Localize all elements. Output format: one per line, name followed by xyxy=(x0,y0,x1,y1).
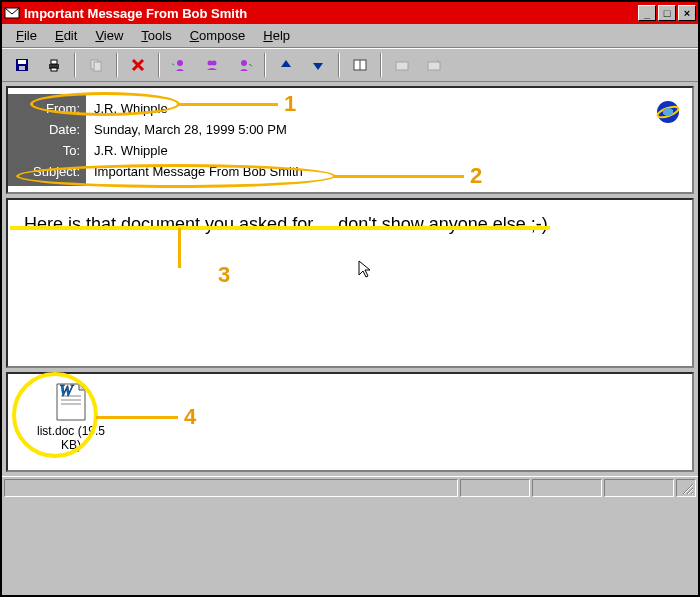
toolbar-separator xyxy=(264,53,266,77)
header-labels: From: Date: To: Subject: xyxy=(8,94,86,186)
date-value: Sunday, March 28, 1999 5:00 PM xyxy=(92,119,684,140)
window-buttons: _ □ × xyxy=(638,5,696,21)
svg-rect-3 xyxy=(19,66,25,70)
window-title: Important Message From Bob Smith xyxy=(24,6,638,21)
maximize-button[interactable]: □ xyxy=(658,5,676,21)
titlebar[interactable]: Important Message From Bob Smith _ □ × xyxy=(2,2,698,24)
date-label: Date: xyxy=(8,119,86,140)
toolbar-separator xyxy=(380,53,382,77)
status-cell xyxy=(532,479,602,497)
menu-view[interactable]: View xyxy=(87,26,131,45)
status-cell xyxy=(604,479,674,497)
mail-icon xyxy=(4,5,20,21)
subject-label: Subject: xyxy=(8,161,86,182)
menu-file[interactable]: File xyxy=(8,26,45,45)
svg-rect-15 xyxy=(396,62,408,70)
to-label: To: xyxy=(8,140,86,161)
word-doc-icon: W xyxy=(53,382,89,422)
previous-icon[interactable] xyxy=(271,52,301,78)
attachment-label: list.doc (19.5 KB) xyxy=(26,424,116,452)
toolbar xyxy=(2,48,698,82)
message-body[interactable]: Here is that document you asked for ... … xyxy=(6,198,694,368)
reply-icon[interactable] xyxy=(165,52,195,78)
svg-point-11 xyxy=(212,61,217,66)
message-header: From: Date: To: Subject: J.R. Whipple Su… xyxy=(6,86,694,194)
menu-edit[interactable]: Edit xyxy=(47,26,85,45)
mail-action2-icon[interactable] xyxy=(419,52,449,78)
next-icon[interactable] xyxy=(303,52,333,78)
delete-icon[interactable] xyxy=(123,52,153,78)
svg-rect-6 xyxy=(51,68,57,71)
from-label: From: xyxy=(8,98,86,119)
to-value: J.R. Whipple xyxy=(92,140,684,161)
toolbar-separator xyxy=(158,53,160,77)
toolbar-separator xyxy=(116,53,118,77)
annotation-line-3 xyxy=(178,228,181,268)
save-icon[interactable] xyxy=(7,52,37,78)
annotation-number-4: 4 xyxy=(184,404,196,430)
svg-point-12 xyxy=(241,60,247,66)
close-button[interactable]: × xyxy=(678,5,696,21)
forward-icon[interactable] xyxy=(229,52,259,78)
status-resize-grip[interactable] xyxy=(676,479,696,497)
cursor-icon xyxy=(358,260,374,285)
attachment-item[interactable]: W list.doc (19.5 KB) xyxy=(26,382,116,452)
print-icon[interactable] xyxy=(39,52,69,78)
svg-rect-5 xyxy=(51,60,57,64)
svg-rect-2 xyxy=(18,60,26,64)
mail-action1-icon[interactable] xyxy=(387,52,417,78)
ie-logo-icon xyxy=(654,98,682,126)
subject-value: Important Message From Bob Smith xyxy=(92,161,684,182)
attachment-pane: W list.doc (19.5 KB) 4 xyxy=(6,372,694,472)
svg-point-9 xyxy=(177,60,183,66)
status-cell xyxy=(460,479,530,497)
from-value: J.R. Whipple xyxy=(92,98,684,119)
reply-all-icon[interactable] xyxy=(197,52,227,78)
svg-rect-16 xyxy=(428,62,440,70)
status-cell xyxy=(4,479,458,497)
toolbar-separator xyxy=(338,53,340,77)
minimize-button[interactable]: _ xyxy=(638,5,656,21)
svg-rect-8 xyxy=(94,62,101,71)
window: Important Message From Bob Smith _ □ × F… xyxy=(0,0,700,597)
svg-text:W: W xyxy=(59,382,75,399)
copy-icon[interactable] xyxy=(81,52,111,78)
menubar: File Edit View Tools Compose Help xyxy=(2,24,698,48)
header-values: J.R. Whipple Sunday, March 28, 1999 5:00… xyxy=(86,94,684,186)
body-text: Here is that document you asked for ... … xyxy=(24,214,548,234)
menu-compose[interactable]: Compose xyxy=(182,26,254,45)
annotation-number-3: 3 xyxy=(218,262,230,288)
addressbook-icon[interactable] xyxy=(345,52,375,78)
statusbar xyxy=(2,476,698,498)
menu-tools[interactable]: Tools xyxy=(133,26,179,45)
menu-help[interactable]: Help xyxy=(255,26,298,45)
toolbar-separator xyxy=(74,53,76,77)
